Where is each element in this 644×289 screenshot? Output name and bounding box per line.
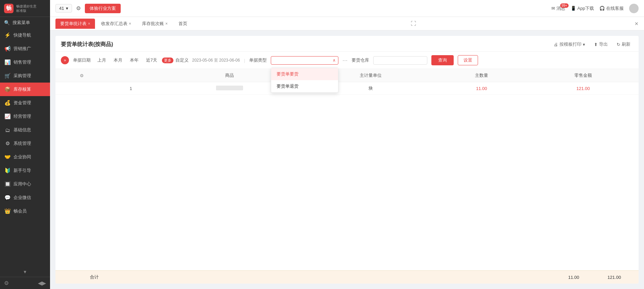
sidebar-item-xinshou[interactable]: 🔰新手引导 — [0, 164, 50, 177]
sidebar-item-yingyong[interactable]: 🔲应用中心 — [0, 177, 50, 191]
tab-close-yaohuo_stat[interactable]: × — [88, 21, 90, 26]
date-btn-2[interactable]: 本年 — [127, 56, 141, 64]
nav-icon-huiyuan: 👑 — [4, 208, 11, 215]
nav-icon-kuaijie: ⚡ — [4, 32, 11, 39]
sidebar-item-jingying[interactable]: 📈经营管理 — [0, 110, 50, 123]
print-icon: 🖨 — [554, 42, 558, 47]
query-button[interactable]: 查询 — [431, 55, 454, 65]
date-btn-1[interactable]: 本月 — [111, 56, 125, 64]
search-icon: 🔍 — [4, 20, 10, 25]
filter-type-section: ∧ 要货单要货要货单退货 ··· — [271, 56, 348, 65]
export-icon: ⬆ — [594, 42, 598, 47]
page-actions: 🖨 按模板打印 ▾ ⬆ 导出 ↻ 刷新 — [551, 40, 633, 49]
tab-home[interactable]: 首页 — [174, 19, 192, 29]
nav-label-xitong: 系统管理 — [14, 140, 31, 147]
sidebar: 畅 畅捷通好生意 标准版 🔍 搜索菜单 ⚡快捷导航📢营销推广📊销售管理🛒采购管理… — [0, 0, 50, 289]
dropdown-item-yaohuo_order[interactable]: 要货单要货 — [271, 68, 338, 80]
sidebar-item-kucun[interactable]: 📦库存核算 — [0, 83, 50, 96]
settings-button[interactable]: 设置 — [458, 55, 478, 65]
filter-expand-btn[interactable]: » — [61, 56, 69, 64]
date-btn-3[interactable]: 近7天 — [143, 56, 160, 64]
sidebar-search[interactable]: 🔍 搜索菜单 — [0, 17, 50, 28]
store-value: 41 — [59, 6, 64, 11]
refresh-btn[interactable]: ↻ 刷新 — [614, 40, 633, 49]
tab-shoufapiao[interactable]: 收发存汇总表× — [96, 19, 136, 29]
data-table: ⚙ 商品 主计量单位 主数量 零售金额 1 块 11.00 121.00 — [55, 69, 639, 95]
nav-label-weixin: 企业微信 — [14, 195, 31, 201]
tab-label-shoufapiao: 收发存汇总表 — [101, 21, 127, 27]
table-row: 1 块 11.00 121.00 — [55, 82, 639, 95]
collapse-icon[interactable]: ◀▶ — [38, 280, 46, 286]
sidebar-item-yingxiao[interactable]: 📢营销推广 — [0, 42, 50, 55]
tab-kucun_batch[interactable]: 库存批次账× — [137, 19, 172, 29]
sidebar-item-qiye[interactable]: 🤝企业协同 — [0, 150, 50, 164]
nav-label-yingxiao: 营销推广 — [14, 46, 31, 52]
avatar[interactable] — [629, 4, 639, 13]
footer-quantity: 11.00 — [553, 275, 594, 280]
sidebar-item-huiyuan[interactable]: 👑畅会员 — [0, 204, 50, 218]
type-dropdown: 要货单要货要货单退货 — [271, 68, 338, 93]
nav-label-xiaoshou: 销售管理 — [14, 59, 31, 65]
content-area: 要货单统计表(按商品) 🖨 按模板打印 ▾ ⬆ 导出 ↻ 刷新 — [50, 30, 644, 289]
filter-row: » 单据日期 上月本月本年近7天更多自定义2023-05-06 至 2023-0… — [55, 52, 639, 69]
nav-label-jichu: 基础信息 — [14, 127, 31, 133]
app-download-btn[interactable]: 📱 App下载 — [571, 5, 594, 12]
filter-dates: 上月本月本年近7天更多自定义2023-05-06 至 2023-06-06 — [95, 56, 240, 64]
promo-button[interactable]: 体验行业方案 — [85, 4, 121, 13]
sidebar-item-weixin[interactable]: 💬企业微信 — [0, 191, 50, 204]
nav-icon-yingxiao: 📢 — [4, 45, 11, 52]
nav-icon-kucun: 📦 — [4, 86, 11, 93]
sidebar-item-caigou[interactable]: 🛒采购管理 — [0, 69, 50, 83]
topbar-gear-icon[interactable]: ⚙ — [76, 5, 81, 12]
tab-close-kucun_batch[interactable]: × — [165, 21, 168, 26]
date-label: 单据日期 — [73, 57, 91, 63]
logo-text: 畅捷通好生意 标准版 — [16, 4, 37, 13]
store-selector[interactable]: 41 ▾ — [55, 4, 72, 13]
tabs-bar: 要货单统计表×收发存汇总表×库存批次账×首页 ⛶ ✕ — [50, 17, 644, 30]
export-btn[interactable]: ⬆ 导出 — [591, 40, 611, 49]
nav-label-yingyong: 应用中心 — [14, 181, 31, 187]
type-label: 单据类型 — [249, 57, 267, 63]
tab-label-yaohuo_stat: 要货单统计表 — [60, 21, 87, 27]
print-btn[interactable]: 🖨 按模板打印 ▾ — [551, 40, 588, 49]
warehouse-input[interactable] — [373, 56, 427, 65]
sidebar-item-kuaijie[interactable]: ⚡快捷导航 — [0, 28, 50, 42]
filter-more-btn[interactable]: ··· — [342, 57, 348, 64]
nav-label-zijin: 资金管理 — [14, 100, 31, 106]
nav-label-kuaijie: 快捷导航 — [14, 32, 31, 38]
type-dropdown-arrow[interactable]: ∧ — [333, 58, 336, 63]
topbar-left: 41 ▾ ⚙ 体验行业方案 — [55, 4, 551, 13]
nav-icon-xiaoshou: 📊 — [4, 59, 11, 66]
date-btn-0[interactable]: 上月 — [95, 56, 109, 64]
date-custom-btn[interactable]: 自定义 — [175, 57, 189, 63]
messages-btn[interactable]: ✉ 消息 99+ — [551, 5, 565, 12]
th-settings[interactable]: ⚙ — [55, 69, 108, 82]
page-header: 要货单统计表(按商品) 🖨 按模板打印 ▾ ⬆ 导出 ↻ 刷新 — [55, 36, 639, 52]
tab-close-shoufapiao[interactable]: × — [129, 21, 131, 26]
messages-badge: 99+ — [560, 3, 569, 8]
sidebar-item-xiaoshou[interactable]: 📊销售管理 — [0, 55, 50, 69]
nav-icon-jingying: 📈 — [4, 113, 11, 120]
sidebar-item-zijin[interactable]: 💰资金管理 — [0, 96, 50, 110]
selector-arrow-icon: ▾ — [66, 6, 68, 11]
message-icon: ✉ — [551, 6, 555, 11]
sidebar-item-xitong[interactable]: ⚙系统管理 — [0, 137, 50, 150]
service-icon: 🎧 — [599, 6, 605, 11]
expand-icon: » — [64, 58, 66, 63]
th-seq — [108, 69, 154, 82]
nav-icon-qiye: 🤝 — [4, 154, 11, 160]
tab-expand-icon[interactable]: ⛶ — [411, 21, 416, 27]
type-input-wrap: ∧ 要货单要货要货单退货 — [271, 56, 338, 65]
type-input[interactable] — [271, 56, 338, 65]
tab-yaohuo_stat[interactable]: 要货单统计表× — [55, 19, 95, 29]
warehouse-label: 要货仓库 — [352, 57, 369, 63]
dropdown-item-yaohuo_return[interactable]: 要货单退货 — [271, 80, 338, 92]
settings-icon[interactable]: ⚙ — [4, 280, 9, 286]
date-more-btn[interactable]: 更多 — [162, 58, 173, 63]
tab-close-all-icon[interactable]: ✕ — [635, 21, 639, 26]
customer-service-btn[interactable]: 🎧 在线客服 — [599, 5, 624, 12]
sidebar-scroll-down[interactable]: ▼ — [0, 267, 50, 277]
td-quantity: 11.00 — [435, 82, 527, 95]
nav-icon-jichu: 🗂 — [4, 127, 11, 133]
sidebar-item-jichu[interactable]: 🗂基础信息 — [0, 123, 50, 137]
